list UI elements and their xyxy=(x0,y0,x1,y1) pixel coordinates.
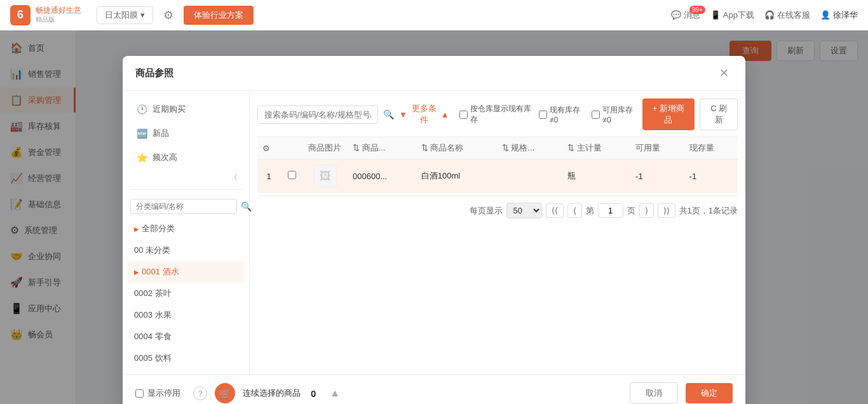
th-settings[interactable]: ⚙ xyxy=(257,137,280,159)
headphone-icon: 🎧 xyxy=(764,10,775,20)
prev-page-button[interactable]: ⟨ xyxy=(567,203,582,218)
checkbox-available-label: 可用库存≠0 xyxy=(602,105,637,125)
table-row[interactable]: 1 🖼 xyxy=(257,159,738,193)
checkbox-available-stock[interactable]: 可用库存≠0 xyxy=(592,105,637,125)
category-label-fruit: 0003 水果 xyxy=(134,309,172,321)
th-stock: 现存量 xyxy=(684,137,738,159)
category-beverage[interactable]: 0005 饮料 xyxy=(128,347,244,367)
cart-button[interactable]: 🛒 xyxy=(215,383,235,403)
th-spec[interactable]: ⇅ 规格... xyxy=(497,137,563,159)
checkbox-warehouse-stock[interactable]: 按仓库显示现有库存 xyxy=(459,104,532,125)
category-uncategorized[interactable]: 00 未分类 xyxy=(128,239,244,261)
right-panel: 🔍 ▼ 更多条件 ▲ 按仓库显示现有库存 xyxy=(250,91,745,374)
row-unit: 瓶 xyxy=(562,159,630,193)
tab-frequent[interactable]: ⭐ 频次高 xyxy=(130,147,241,168)
total-info: 共1页，1条记录 xyxy=(679,205,738,217)
table-refresh-button[interactable]: C 刷新 xyxy=(700,98,738,130)
sort-arrow-name: ⇅ xyxy=(421,143,428,152)
filter-button[interactable]: ▼ 更多条件 ▲ xyxy=(399,103,449,126)
logo-area: 6 畅捷通好生意 精品版 xyxy=(10,5,86,25)
store-name: 日太阳膜 xyxy=(105,10,138,21)
filter-arrow-icon: ▲ xyxy=(441,110,449,119)
next-page-button[interactable]: ⟩ xyxy=(639,203,654,218)
main-layout: 🏠 首页 📊 销售管理 📋 采购管理 🏭 库存核算 💰 资金管理 📈 经营管理 … xyxy=(0,30,868,404)
category-list: ▶ 全部分类 00 未分类 ▶ 0001 酒水 0002 茶 xyxy=(123,218,249,367)
product-search-input[interactable] xyxy=(257,105,378,124)
th-unit[interactable]: ⇅ 主计量 xyxy=(562,137,630,159)
category-liquor[interactable]: ▶ 0001 酒水 xyxy=(128,261,244,283)
page-number-input[interactable] xyxy=(598,203,623,218)
checkbox-available-input[interactable] xyxy=(592,111,600,119)
left-panel: 🕐 近期购买 🆕 新品 ⭐ 频次高 《 xyxy=(123,91,250,374)
row-select-checkbox[interactable] xyxy=(288,171,296,179)
collapse-arrow[interactable]: 《 xyxy=(226,171,241,184)
settings-icon[interactable]: ⚙ xyxy=(158,6,179,25)
app-label: App下载 xyxy=(723,10,754,21)
row-stock: -1 xyxy=(684,159,738,193)
th-code[interactable]: ⇅ 商品... xyxy=(348,137,416,159)
checkbox-current-input[interactable] xyxy=(539,111,547,119)
top-nav: 6 畅捷通好生意 精品版 日太阳膜 ▾ ⚙ 体验行业方案 💬 消息 99+ 📱 … xyxy=(0,0,868,30)
nav-user[interactable]: 👤 徐泽华 xyxy=(820,10,858,21)
th-checkbox xyxy=(280,137,303,159)
category-label-liquor: 0001 酒水 xyxy=(142,266,179,278)
help-icon[interactable]: ? xyxy=(193,386,207,400)
content-area: 查询 刷新 设置 商品参照 ✕ 🕐 xyxy=(76,30,868,404)
sort-arrow-unit: ⇅ xyxy=(567,143,574,152)
msg-badge: 99+ xyxy=(689,6,705,14)
modal-overlay[interactable]: 商品参照 ✕ 🕐 近期购买 🆕 xyxy=(0,30,868,404)
nav-app-download[interactable]: 📱 App下载 xyxy=(710,10,754,21)
add-product-button[interactable]: + 新增商品 xyxy=(642,98,695,130)
first-page-button[interactable]: ⟨⟨ xyxy=(546,203,564,218)
service-label: 在线客服 xyxy=(777,10,810,21)
search-icon[interactable]: 🔍 xyxy=(383,109,394,119)
app-icon: 📱 xyxy=(710,10,721,20)
user-avatar-icon: 👤 xyxy=(820,10,831,20)
th-image: 商品图片 xyxy=(303,137,348,159)
row-num: 1 xyxy=(257,159,280,193)
logo-sub: 精品版 xyxy=(36,15,81,24)
product-image-placeholder: 🖼 xyxy=(314,165,337,187)
modal-footer: 显示停用 ? 🛒 连续选择的商品 0 ▲ 取消 确定 xyxy=(123,374,745,404)
checkbox-warehouse-input[interactable] xyxy=(459,111,468,119)
checkbox-warehouse-label: 按仓库显示现有库存 xyxy=(470,104,532,125)
cart-label: 连续选择的商品 xyxy=(243,387,301,399)
nav-service[interactable]: 🎧 在线客服 xyxy=(764,10,810,21)
show-disabled-label: 显示停用 xyxy=(147,387,180,399)
liquor-arrow: ▶ xyxy=(134,269,139,276)
nav-msg[interactable]: 💬 消息 99+ xyxy=(671,10,700,21)
pagination: 每页显示 50 10 20 100 ⟨⟨ ⟨ 第 页 xyxy=(257,196,738,225)
row-checkbox[interactable] xyxy=(280,159,303,193)
last-page-button[interactable]: ⟩⟩ xyxy=(658,203,675,218)
category-fruit[interactable]: 0003 水果 xyxy=(128,304,244,326)
category-label-tea: 0002 茶叶 xyxy=(134,288,172,299)
table-body: 1 🖼 xyxy=(257,159,738,193)
category-tea[interactable]: 0002 茶叶 xyxy=(128,283,244,304)
tab-new-product[interactable]: 🆕 新品 xyxy=(130,123,241,144)
store-selector[interactable]: 日太阳膜 ▾ xyxy=(97,6,153,24)
cancel-button[interactable]: 取消 xyxy=(630,382,678,404)
category-all[interactable]: ▶ 全部分类 xyxy=(128,218,244,239)
table-header: ⚙ 商品图片 ⇅ 商品... xyxy=(257,137,738,159)
th-name[interactable]: ⇅ 商品名称 xyxy=(416,137,497,159)
modal-close-button[interactable]: ✕ xyxy=(715,65,733,81)
modal-title: 商品参照 xyxy=(135,67,173,79)
category-label-uncategorized: 00 未分类 xyxy=(134,245,170,256)
checkbox-current-label: 现有库存≠0 xyxy=(550,105,584,125)
row-image: 🖼 xyxy=(303,159,348,193)
cart-count: 0 xyxy=(311,388,316,399)
tab-recent-purchase[interactable]: 🕐 近期购买 xyxy=(130,98,241,120)
show-disabled-checkbox[interactable]: 显示停用 xyxy=(135,387,180,399)
per-page-select[interactable]: 50 10 20 100 xyxy=(506,203,542,219)
category-snack[interactable]: 0004 零食 xyxy=(128,326,244,347)
checkbox-current-stock[interactable]: 现有库存≠0 xyxy=(539,105,584,125)
confirm-button[interactable]: 确定 xyxy=(686,383,733,403)
per-page-label: 每页显示 xyxy=(470,205,503,217)
category-search-input[interactable] xyxy=(130,199,237,214)
up-arrow-icon[interactable]: ▲ xyxy=(326,387,344,399)
trial-button[interactable]: 体验行业方案 xyxy=(184,6,254,25)
page-suffix: 页 xyxy=(627,205,635,217)
sort-arrow-spec: ⇅ xyxy=(502,143,509,152)
disabled-checkbox-input[interactable] xyxy=(135,389,144,398)
th-available: 可用量 xyxy=(630,137,684,159)
